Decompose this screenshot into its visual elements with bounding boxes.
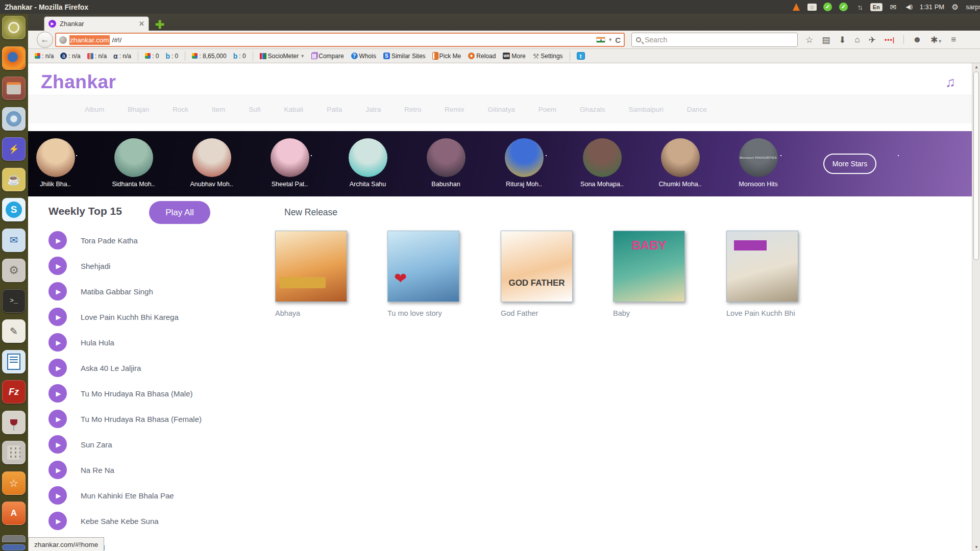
launcher-icon-calculator[interactable] (2, 441, 26, 464)
song-row[interactable]: ▶ Na Re Na (48, 457, 202, 483)
album-cover[interactable] (726, 231, 798, 302)
twitter-icon[interactable]: t (577, 52, 585, 60)
launcher-icon-firefox[interactable] (2, 46, 26, 70)
site-logo[interactable]: Zhankar (41, 71, 116, 93)
seo-button-more[interactable]: WRMore (503, 53, 525, 60)
song-play-button[interactable]: ▶ (48, 282, 67, 300)
flag-extension-icon[interactable] (596, 37, 605, 43)
seo-stat[interactable]: : n/a (87, 53, 107, 60)
back-button[interactable]: ← (37, 32, 53, 48)
song-play-button[interactable]: ▶ (48, 512, 67, 530)
site-nav-item-sambalpuri[interactable]: Sambalpuri (629, 106, 664, 113)
site-nav-item-remix[interactable]: Remix (445, 106, 464, 113)
launcher-icon-tea-timer[interactable]: ☕ (2, 168, 26, 191)
reload-icon[interactable]: C (615, 36, 621, 44)
launcher-icon-text-editor[interactable]: ✎ (2, 319, 26, 343)
vlc-icon[interactable] (791, 3, 801, 12)
downloads-icon[interactable]: ⬇ (839, 35, 846, 45)
new-tab-button[interactable]: ✚ (155, 18, 164, 32)
launcher-icon-file-manager[interactable] (2, 77, 26, 100)
album-cover[interactable]: ❤ (387, 231, 459, 302)
album-card[interactable]: ❤ Tu mo love story (387, 231, 461, 317)
bookmark-star-icon[interactable]: ☆ (805, 35, 813, 45)
song-row[interactable]: ▶ Mun Kahinki Ete Bhala Pae (48, 483, 202, 508)
song-row[interactable]: ▶ Hula Hula (48, 330, 202, 355)
url-dropdown-icon[interactable]: ▼ (608, 37, 612, 42)
seo-button-reload[interactable]: Reload (468, 53, 496, 60)
send-tab-icon[interactable]: ✈ (869, 35, 876, 45)
launcher-icon-terminal[interactable]: >_ (2, 289, 26, 313)
site-nav-item-sufi[interactable]: Sufi (249, 106, 260, 113)
seo-button-compare[interactable]: Compare (311, 53, 344, 60)
launcher-icon-stacked-apps[interactable] (2, 544, 26, 550)
star-avatar[interactable] (36, 138, 75, 177)
seo-button-pick-me[interactable]: Pick Me (433, 53, 461, 60)
star-item[interactable]: Chumki Moha.. (641, 138, 719, 188)
star-item[interactable]: Monsoon FAVOURITES Monsoon Hits (719, 138, 797, 188)
song-play-button[interactable]: ▶ (48, 359, 67, 377)
launcher-icon-software-center[interactable]: A (2, 502, 26, 525)
extension-dots-icon[interactable]: •••| (885, 36, 895, 43)
seo-button-similar-sites[interactable]: SSimilar Sites (383, 53, 426, 60)
launcher-icon-wine[interactable] (2, 411, 26, 434)
star-item[interactable]: Archita Sahu (329, 138, 407, 188)
search-bar[interactable]: Search (631, 33, 798, 47)
site-nav-item-jatra[interactable]: Jatra (365, 106, 381, 113)
seo-stat[interactable]: : n/a (35, 53, 54, 60)
more-stars-button[interactable]: More Stars (823, 154, 876, 174)
scroll-down-icon[interactable]: ▼ (974, 545, 978, 549)
seo-stat[interactable]: : 0 (145, 53, 159, 60)
song-row[interactable]: ▶ Tu Mo Hrudaya Ra Bhasa (Female) (48, 406, 202, 432)
album-card[interactable]: Abhaya (275, 231, 349, 317)
star-avatar[interactable] (427, 138, 465, 177)
album-cover[interactable] (275, 231, 347, 302)
star-avatar[interactable] (583, 138, 622, 177)
session-gear-icon[interactable]: ⚙ (950, 3, 960, 12)
keyboard-layout-indicator[interactable]: En (870, 3, 883, 11)
song-play-button[interactable]: ▶ (48, 435, 67, 454)
site-nav-item-poem[interactable]: Poem (538, 106, 556, 113)
skype-status-icon-2[interactable]: ✓ (839, 3, 849, 12)
page-scrollbar[interactable]: ▲ ▼ (972, 63, 980, 551)
album-card[interactable]: BABY Baby (613, 231, 687, 317)
song-play-button[interactable]: ▶ (48, 308, 67, 326)
star-avatar[interactable] (349, 138, 387, 177)
sociometer-button[interactable]: SocioMeter▼ (260, 53, 305, 60)
seo-button-settings[interactable]: ⚒Settings (533, 52, 563, 60)
album-card[interactable]: Love Pain Kuchh Bhi (726, 231, 800, 317)
site-nav-item-palla[interactable]: Palla (327, 106, 342, 113)
site-nav-item-gitinatya[interactable]: Gitinatya (487, 106, 514, 113)
star-item[interactable]: Sona Mohapa.. (563, 138, 641, 188)
launcher-icon-libreoffice-writer[interactable] (2, 350, 26, 373)
song-row[interactable]: ▶ Tora Pade Katha (48, 228, 202, 253)
username[interactable]: sarps (966, 3, 980, 11)
song-play-button[interactable]: ▶ (48, 257, 67, 275)
site-identity-globe-icon[interactable] (59, 36, 67, 44)
launcher-icon-favorites-folder[interactable]: ☆ (2, 471, 26, 495)
song-play-button[interactable]: ▶ (48, 410, 67, 428)
launcher-icon-system-settings[interactable]: ⚙ (2, 259, 26, 282)
site-nav-item-bhajan[interactable]: Bhajan (128, 106, 149, 113)
site-nav-item-item[interactable]: Item (212, 106, 225, 113)
message-menu-icon[interactable]: ✉ (888, 3, 898, 12)
song-play-button[interactable]: ▶ (48, 333, 67, 352)
seo-stat[interactable]: b: 0 (165, 52, 178, 60)
song-play-button[interactable]: ▶ (48, 486, 67, 505)
album-cover[interactable]: BABY (613, 231, 685, 302)
seo-stat[interactable]: b: 0 (233, 52, 246, 60)
scrollbar-thumb[interactable] (973, 71, 979, 260)
volume-icon[interactable]: ◀)) (904, 3, 914, 12)
reading-list-icon[interactable]: ▤ (822, 35, 830, 45)
star-avatar[interactable] (114, 138, 153, 177)
seo-stat[interactable]: a: n/a (60, 53, 80, 60)
launcher-icon-stacked-apps[interactable] (2, 535, 26, 542)
seo-button-whois[interactable]: ?Whois (351, 53, 376, 60)
music-note-icon[interactable]: ♫ (945, 74, 955, 90)
album-cover[interactable]: GOD FATHER (501, 231, 573, 302)
song-row[interactable]: ▶ Sun Zara (48, 432, 202, 457)
site-nav-item-dance[interactable]: Dance (687, 106, 707, 113)
site-nav-item-rock[interactable]: Rock (173, 106, 188, 113)
song-row[interactable]: ▶ Matiba Gabbar Singh (48, 279, 202, 304)
clock[interactable]: 1:31 PM (920, 3, 944, 11)
play-all-button[interactable]: Play All (149, 201, 210, 224)
